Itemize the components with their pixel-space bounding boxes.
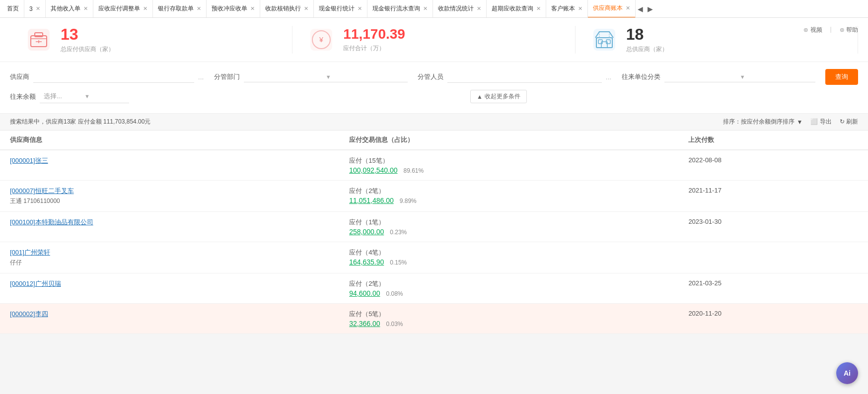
supplier-info-4: [000012]广州贝瑞: [10, 279, 349, 288]
search-button[interactable]: 查询: [825, 69, 858, 85]
supplier-payable-icon: [25, 26, 53, 54]
close-icon[interactable]: ✕: [250, 5, 255, 12]
balance-select[interactable]: 选择... ▼: [40, 90, 129, 103]
last-pay-1: 2021-11-17: [688, 187, 858, 194]
supplier-name-link-0[interactable]: [000001]张三: [10, 156, 349, 165]
supplier-table: 供应商信息 应付交易信息（占比） 上次付数 [000001]张三 应付（15笔）…: [0, 131, 868, 334]
supplier-name-link-3[interactable]: [001]广州荣轩: [10, 248, 349, 257]
table-row: [000012]广州贝瑞 应付（2笔） 94,600.00 0.08% 2021…: [0, 273, 868, 304]
close-icon[interactable]: ✕: [477, 5, 481, 12]
tx-amount-3[interactable]: 164,635.90: [349, 258, 384, 266]
nav-tab-customer-ledger[interactable]: 客户账本 ✕: [546, 0, 588, 18]
filter-row-1: 供应商 ... 分管部门 ▼ 分管人员 ... 往来单位分类 ▼ 查询: [10, 69, 858, 85]
summary-bar: 13 总应付供应商（家） ¥ 11,170.39 应付合计（万）: [0, 18, 868, 62]
close-icon[interactable]: ✕: [83, 5, 88, 12]
close-icon[interactable]: ✕: [423, 5, 428, 12]
payable-total-icon: ¥: [307, 26, 335, 54]
refresh-icon: ↻: [840, 118, 845, 125]
result-bar: 搜索结果中，供应商13家 应付金额 111,703,854.00元 排序：按应付…: [0, 114, 868, 131]
table-row: [000001]张三 应付（15笔） 100,092,540.00 89.61%…: [0, 150, 868, 181]
last-pay-4: 2021-03-25: [688, 279, 858, 287]
dept-select[interactable]: ▼: [244, 72, 408, 82]
collapse-button[interactable]: ▲ 收起更多条件: [470, 90, 527, 103]
tx-amount-2[interactable]: 258,000.00: [349, 228, 384, 236]
tx-info-1: 应付（2笔） 11,051,486.00 9.89%: [349, 187, 688, 204]
tx-amount-0[interactable]: 100,092,540.00: [349, 166, 397, 174]
svg-text:¥: ¥: [319, 36, 323, 44]
close-icon[interactable]: ✕: [536, 5, 541, 12]
tx-info-5: 应付（5笔） 32,366.00 0.03%: [349, 310, 688, 328]
supplier-info-1: [000007]恒旺二手叉车 王通 17106110000: [10, 187, 349, 205]
tx-amount-1[interactable]: 11,051,486.00: [349, 197, 394, 204]
close-icon[interactable]: ✕: [578, 5, 582, 12]
tx-info-0: 应付（15笔） 100,092,540.00 89.61%: [349, 156, 688, 174]
top-navigation: 首页 3 ✕ 其他收入单 ✕ 应收应付调整单 ✕ 银行存取款单 ✕ 预收冲应收单…: [0, 0, 868, 18]
balance-filter: 往来余额 选择... ▼: [10, 90, 129, 103]
chevron-down-icon-3: ▼: [84, 93, 125, 99]
close-icon[interactable]: ✕: [304, 5, 308, 12]
table-row: [000002]李四 应付（5笔） 32,366.00 0.03% 2020-1…: [0, 304, 868, 334]
supplier-name-link-2[interactable]: [000100]本特勤油品有限公司: [10, 218, 349, 227]
tx-amount-4[interactable]: 94,600.00: [349, 289, 380, 297]
collapse-up-icon: ▲: [477, 93, 483, 100]
nav-tab-bank-deposit[interactable]: 银行存取款单 ✕: [153, 0, 207, 18]
nav-tab-home[interactable]: 首页: [2, 0, 24, 18]
filter-row-2: 往来余额 选择... ▼ ▲ 收起更多条件: [10, 90, 858, 103]
summary-total-suppliers-text: 18 总供应商（家）: [626, 26, 668, 54]
supplier-input[interactable]: [33, 71, 194, 83]
person-more-icon[interactable]: ...: [606, 73, 612, 81]
tx-info-3: 应付（4笔） 164,635.90 0.15%: [349, 248, 688, 266]
supplier-info-3: [001]广州荣轩 仔仔: [10, 248, 349, 267]
category-select[interactable]: ▼: [664, 72, 816, 82]
result-actions: 排序：按应付余额倒序排序 ▼ ⬜ 导出 ↻ 刷新: [723, 118, 858, 126]
last-pay-2: 2023-01-30: [688, 218, 858, 225]
close-icon[interactable]: ✕: [626, 5, 630, 11]
last-pay-0: 2022-08-08: [688, 156, 858, 164]
close-icon[interactable]: ✕: [197, 5, 201, 12]
tx-amount-5[interactable]: 32,366.00: [349, 320, 380, 328]
summary-card-payable-suppliers: 13 总应付供应商（家）: [10, 26, 292, 54]
close-icon[interactable]: ✕: [358, 5, 362, 12]
person-filter: 分管人员 ...: [418, 71, 612, 83]
table-row: [000100]本特勤油品有限公司 应付（1笔） 258,000.00 0.23…: [0, 212, 868, 242]
table-row: [000007]恒旺二手叉车 王通 17106110000 应付（2笔） 11,…: [0, 181, 868, 212]
table-header: 供应商信息 应付交易信息（占比） 上次付数: [0, 131, 868, 150]
table-row: [001]广州荣轩 仔仔 应付（4笔） 164,635.90 0.15%: [0, 242, 868, 273]
sort-select[interactable]: 排序：按应付余额倒序排序 ▼: [723, 118, 802, 126]
chevron-down-icon-sort: ▼: [796, 119, 802, 126]
nav-tab-ar-ap-adj[interactable]: 应收应付调整单 ✕: [93, 0, 153, 18]
export-button[interactable]: ⬜ 导出: [810, 118, 831, 126]
summary-payable-total-text: 11,170.39 应付合计（万）: [343, 27, 405, 53]
nav-tab-cash-bank-stats[interactable]: 现金银行统计 ✕: [314, 0, 367, 18]
close-icon[interactable]: ✕: [36, 5, 40, 12]
nav-prev-arrow[interactable]: ◀: [636, 0, 646, 18]
help-link[interactable]: ⊙ 帮助: [840, 26, 858, 34]
filter-area: 供应商 ... 分管部门 ▼ 分管人员 ... 往来单位分类 ▼ 查询 往来: [0, 62, 868, 114]
nav-tab-overdue-ar[interactable]: 超期应收款查询 ✕: [487, 0, 546, 18]
person-input[interactable]: [447, 71, 602, 83]
nav-next-arrow[interactable]: ▶: [646, 0, 655, 18]
nav-tab-other-income[interactable]: 其他收入单 ✕: [46, 0, 93, 18]
summary-payable-suppliers-text: 13 总应付供应商（家）: [61, 26, 114, 54]
supplier-total-icon: [590, 26, 618, 54]
last-pay-5: 2020-11-20: [688, 310, 858, 317]
category-filter: 往来单位分类 ▼: [622, 72, 816, 82]
supplier-name-link-4[interactable]: [000012]广州贝瑞: [10, 279, 349, 288]
close-icon[interactable]: ✕: [143, 5, 147, 12]
summary-actions: ⊙ 视频 | ⊙ 帮助: [803, 26, 858, 34]
nav-tab-3[interactable]: 3 ✕: [24, 0, 46, 18]
supplier-more-icon[interactable]: ...: [198, 73, 204, 81]
supplier-name-link-1[interactable]: [000007]恒旺二手叉车: [10, 187, 349, 196]
nav-tab-advance-collection[interactable]: 预收冲应收单 ✕: [207, 0, 260, 18]
nav-tab-supplier-ledger[interactable]: 供应商账本 ✕: [588, 0, 636, 18]
refresh-button[interactable]: ↻ 刷新: [840, 118, 858, 126]
summary-card-payable-total: ¥ 11,170.39 应付合计（万）: [292, 26, 575, 54]
video-link[interactable]: ⊙ 视频: [803, 26, 822, 34]
nav-tab-cash-bank-flow[interactable]: 现金银行流水查询 ✕: [367, 0, 433, 18]
nav-tab-collection-exec[interactable]: 收款核销执行 ✕: [260, 0, 314, 18]
supplier-info-5: [000002]李四: [10, 310, 349, 319]
supplier-name-link-5[interactable]: [000002]李四: [10, 310, 349, 319]
chevron-down-icon-2: ▼: [740, 74, 811, 80]
nav-tab-collection-stats[interactable]: 收款情况统计 ✕: [433, 0, 487, 18]
chevron-down-icon: ▼: [326, 74, 404, 80]
